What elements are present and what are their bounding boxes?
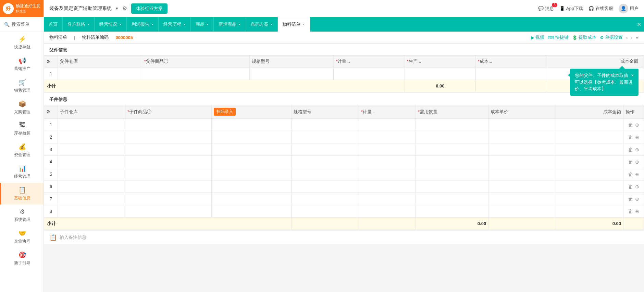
child-qty-2[interactable]: [416, 131, 488, 143]
sidebar-item-purchase[interactable]: 📦 采购管理: [0, 97, 44, 118]
child-spec-7[interactable]: [291, 193, 359, 205]
close-all-icon[interactable]: ✕: [637, 21, 641, 28]
child-spec-8[interactable]: [291, 205, 359, 218]
experience-btn[interactable]: 体验行业方案: [131, 3, 168, 14]
child-unit-7[interactable]: [359, 193, 416, 205]
child-spec-4[interactable]: [291, 156, 359, 168]
delete-icon-3[interactable]: 🗑: [628, 147, 633, 152]
app-download-item[interactable]: 📱 App下载: [559, 5, 583, 12]
child-goods-8[interactable]: [125, 205, 211, 218]
tab-customer[interactable]: 客户联络 ×: [63, 17, 95, 32]
child-cost-unit-1[interactable]: [488, 119, 556, 131]
sidebar-item-inventory[interactable]: 🏗 库存核算: [0, 118, 44, 140]
child-qty-4[interactable]: [416, 156, 488, 168]
copy-icon-5[interactable]: ⊕: [635, 172, 639, 177]
online-service-item[interactable]: 🎧 在线客服: [589, 5, 613, 12]
child-qty-1[interactable]: [416, 119, 488, 131]
parent-goods-1[interactable]: [142, 68, 249, 80]
child-cost-unit-6[interactable]: [488, 180, 556, 193]
child-cost-unit-7[interactable]: [488, 193, 556, 205]
parent-cost-1[interactable]: [476, 68, 547, 80]
child-spec-2[interactable]: [291, 131, 359, 143]
child-qty-3[interactable]: [416, 143, 488, 156]
copy-icon-1[interactable]: ⊕: [635, 122, 639, 128]
child-goods-4[interactable]: [125, 156, 211, 168]
tab-profit-close[interactable]: ×: [151, 22, 153, 26]
child-spec-5[interactable]: [291, 168, 359, 180]
sidebar-item-enterprise[interactable]: 🤝 企业协同: [0, 226, 44, 248]
tab-goods-close[interactable]: ×: [207, 22, 209, 26]
nav-menu-icon[interactable]: ≡: [636, 35, 639, 40]
sidebar-item-quick-nav[interactable]: ⚡ 快捷导航: [0, 32, 44, 54]
sidebar-item-sales[interactable]: 🛒 销售管理: [0, 75, 44, 97]
delete-icon-1[interactable]: 🗑: [628, 122, 633, 128]
parent-warehouse-1[interactable]: [58, 68, 142, 80]
sidebar-item-marketing[interactable]: 📢 营销推广: [0, 54, 44, 75]
tab-home[interactable]: 首页: [44, 17, 63, 32]
th-scan[interactable]: 扫码录入: [211, 105, 291, 119]
tab-goods[interactable]: 商品 ×: [191, 17, 214, 32]
tab-journey-close[interactable]: ×: [183, 22, 185, 26]
child-unit-5[interactable]: [359, 168, 416, 180]
nav-next-icon[interactable]: ›: [631, 35, 632, 40]
child-goods-7[interactable]: [125, 193, 211, 205]
delete-icon-2[interactable]: 🗑: [628, 135, 633, 140]
child-cost-unit-3[interactable]: [488, 143, 556, 156]
child-warehouse-2[interactable]: [58, 131, 125, 143]
child-goods-5[interactable]: [125, 168, 211, 180]
sidebar-item-operations[interactable]: 📊 经营管理: [0, 161, 44, 183]
shortcut-action[interactable]: ⌨ 快捷键: [548, 34, 569, 40]
settings-icon[interactable]: ⚙: [122, 5, 127, 12]
copy-icon-6[interactable]: ⊕: [635, 184, 639, 189]
delete-icon-7[interactable]: 🗑: [628, 196, 633, 202]
child-cost-unit-2[interactable]: [488, 131, 556, 143]
delete-icon-5[interactable]: 🗑: [628, 172, 633, 177]
child-unit-4[interactable]: [359, 156, 416, 168]
child-goods-2[interactable]: [125, 131, 211, 143]
tab-barcode[interactable]: 条码方案 ×: [246, 17, 278, 32]
single-setting-action[interactable]: ⚙ 单据设置: [600, 34, 623, 40]
message-item[interactable]: 💬 消息 6: [538, 5, 554, 12]
child-unit-3[interactable]: [359, 143, 416, 156]
copy-icon-2[interactable]: ⊕: [635, 135, 639, 140]
child-unit-8[interactable]: [359, 205, 416, 218]
child-warehouse-8[interactable]: [58, 205, 125, 218]
delete-icon-8[interactable]: 🗑: [628, 209, 633, 214]
child-warehouse-1[interactable]: [58, 119, 125, 131]
parent-production-1[interactable]: [405, 68, 475, 80]
tab-bom-close[interactable]: ×: [302, 22, 305, 26]
delete-icon-6[interactable]: 🗑: [628, 184, 633, 189]
child-goods-3[interactable]: [125, 143, 211, 156]
view-action[interactable]: ▶ 视频: [531, 34, 544, 40]
copy-icon-4[interactable]: ⊕: [635, 159, 639, 165]
search-area[interactable]: 🔍 搜索菜单: [0, 17, 44, 32]
child-qty-5[interactable]: [416, 168, 488, 180]
tab-journey[interactable]: 经营历程 ×: [159, 17, 190, 32]
copy-icon-7[interactable]: ⊕: [635, 196, 639, 202]
child-spec-1[interactable]: [291, 119, 359, 131]
copy-icon-3[interactable]: ⊕: [635, 147, 639, 152]
child-warehouse-7[interactable]: [58, 193, 125, 205]
extract-cost-action[interactable]: 💲 提取成本: [572, 34, 596, 40]
tab-new-goods-close[interactable]: ×: [238, 22, 240, 26]
child-qty-7[interactable]: [416, 193, 488, 205]
tooltip-close-btn[interactable]: ×: [631, 72, 634, 79]
search-menu-button[interactable]: 🔍 搜索菜单: [3, 20, 41, 29]
dropdown-arrow[interactable]: ▾: [116, 6, 118, 11]
th-child-settings[interactable]: ⚙: [44, 105, 58, 119]
th-settings[interactable]: ⚙: [44, 56, 58, 68]
child-unit-6[interactable]: [359, 180, 416, 193]
child-spec-6[interactable]: [291, 180, 359, 193]
copy-icon-8[interactable]: ⊕: [635, 209, 639, 214]
child-qty-8[interactable]: [416, 205, 488, 218]
child-goods-1[interactable]: [125, 119, 211, 131]
child-unit-2[interactable]: [359, 131, 416, 143]
sidebar-item-guide[interactable]: 🎯 新手引导: [0, 248, 44, 269]
scan-btn[interactable]: 扫码录入: [214, 108, 236, 116]
sidebar-item-system[interactable]: ⚙ 系统管理: [0, 205, 44, 226]
tab-bom[interactable]: 物料清单 ×: [278, 17, 310, 32]
child-warehouse-5[interactable]: [58, 168, 125, 180]
tab-operations[interactable]: 经营情况 ×: [95, 17, 126, 32]
tab-profit[interactable]: 利润报告 ×: [127, 17, 159, 32]
child-cost-unit-5[interactable]: [488, 168, 556, 180]
